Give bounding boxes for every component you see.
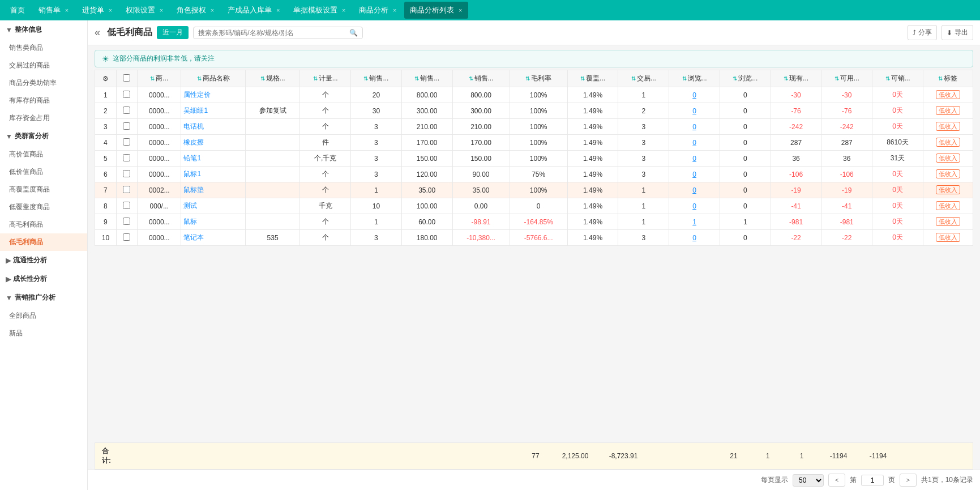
col-sales-profit[interactable]: ⇅销售... (452, 70, 510, 87)
col-transaction[interactable]: ⇅交易... (618, 70, 669, 87)
sidebar-item-in-stock[interactable]: 有库存的商品 (0, 92, 87, 109)
nav-sales-close[interactable]: × (65, 7, 69, 14)
sidebar-item-capital[interactable]: 库存资金占用 (0, 109, 87, 127)
page-number-input[interactable] (861, 475, 884, 486)
row-select-checkbox[interactable] (123, 186, 130, 193)
nav-template-close[interactable]: × (342, 7, 345, 14)
search-icon[interactable]: 🔍 (349, 29, 358, 37)
row-name[interactable]: 鼠标垫 (181, 182, 245, 198)
sidebar-item-high-margin[interactable]: 高毛利商品 (0, 216, 87, 233)
nav-role[interactable]: 角色授权 × (171, 2, 220, 19)
nav-goods-analysis-close[interactable]: × (393, 7, 396, 14)
select-all-checkbox[interactable] (123, 74, 130, 82)
col-tag[interactable]: ⇅标签 (923, 70, 973, 87)
row-select-checkbox[interactable] (123, 106, 130, 114)
nav-purchase[interactable]: 进货单 × (76, 2, 118, 19)
nav-goods-analysis-list-close[interactable]: × (459, 7, 462, 14)
row-name[interactable]: 橡皮擦 (181, 135, 245, 151)
sidebar-item-sales-goods[interactable]: 销售类商品 (0, 39, 87, 57)
col-coverage[interactable]: ⇅覆盖... (567, 70, 618, 87)
row-checkbox[interactable] (116, 214, 137, 230)
col-spec[interactable]: ⇅规格... (245, 70, 299, 87)
row-checkbox[interactable] (116, 151, 137, 167)
table-container[interactable]: ⚙ ⇅商... ⇅商品名称 ⇅规格... ⇅计量... ⇅销售... ⇅销售..… (95, 70, 973, 442)
row-checkbox[interactable] (116, 87, 137, 103)
nav-home[interactable]: 首页 (5, 2, 31, 19)
col-sales-amount[interactable]: ⇅销售... (401, 70, 452, 87)
row-name[interactable]: 鼠标1 (181, 167, 245, 182)
sidebar-group-cluster[interactable]: ▼ 类群富分析 (0, 127, 87, 146)
prev-page-btn[interactable]: ＜ (828, 474, 845, 487)
row-checkbox[interactable] (116, 182, 137, 198)
nav-role-close[interactable]: × (211, 7, 214, 14)
row-views1[interactable]: 0 (669, 198, 720, 214)
row-views1[interactable]: 0 (669, 230, 720, 246)
col-code[interactable]: ⇅商... (138, 70, 181, 87)
col-saleable-days[interactable]: ⇅可销... (872, 70, 923, 87)
row-select-checkbox[interactable] (123, 170, 130, 177)
nav-sales[interactable]: 销售单 × (33, 2, 74, 19)
nav-permission[interactable]: 权限设置 × (120, 2, 169, 19)
col-sales-count[interactable]: ⇅销售... (351, 70, 402, 87)
sidebar-item-new-goods[interactable]: 新品 (0, 325, 87, 342)
date-filter-btn[interactable]: 近一月 (157, 26, 189, 39)
sidebar-item-all-goods[interactable]: 全部商品 (0, 307, 87, 325)
row-select-checkbox[interactable] (123, 91, 130, 98)
row-checkbox[interactable] (116, 135, 137, 151)
col-available-stock[interactable]: ⇅可用... (821, 70, 872, 87)
row-name[interactable]: 铅笔1 (181, 151, 245, 167)
sidebar-item-high-coverage[interactable]: 高覆盖度商品 (0, 181, 87, 198)
sidebar-group-liquidity[interactable]: ▶ 流通性分析 (0, 251, 87, 270)
row-views1[interactable]: 1 (669, 214, 720, 230)
sidebar-group-marketing[interactable]: ▼ 营销推广分析 (0, 288, 87, 307)
sidebar-group-growth[interactable]: ▶ 成长性分析 (0, 270, 87, 288)
row-name[interactable]: 吴细细1 (181, 103, 245, 119)
nav-purchase-close[interactable]: × (109, 7, 112, 14)
sidebar-item-category-rate[interactable]: 商品分类助销率 (0, 74, 87, 92)
col-views2[interactable]: ⇅浏览... (720, 70, 771, 87)
nav-product-entry[interactable]: 产成品入库单 × (222, 2, 285, 19)
row-select-checkbox[interactable] (123, 138, 130, 146)
next-page-btn[interactable]: ＞ (900, 474, 917, 487)
row-name[interactable]: 笔记本 (181, 230, 245, 246)
row-views1[interactable]: 0 (669, 167, 720, 182)
sidebar-item-low-value[interactable]: 低价值商品 (0, 163, 87, 181)
search-input[interactable] (198, 29, 347, 37)
row-name[interactable]: 电话机 (181, 119, 245, 135)
row-select-checkbox[interactable] (123, 122, 130, 130)
sidebar-group-overall[interactable]: ▼ 整体信息 (0, 20, 87, 39)
row-name[interactable]: 鼠标 (181, 214, 245, 230)
row-views1[interactable]: 0 (669, 135, 720, 151)
per-page-select[interactable]: 50 100 200 (793, 474, 824, 487)
sidebar-item-traded-goods[interactable]: 交易过的商品 (0, 57, 87, 74)
row-checkbox[interactable] (116, 167, 137, 182)
row-name[interactable]: 测试 (181, 198, 245, 214)
row-checkbox[interactable] (116, 119, 137, 135)
row-views1[interactable]: 0 (669, 182, 720, 198)
col-current-stock[interactable]: ⇅现有... (771, 70, 821, 87)
row-select-checkbox[interactable] (123, 233, 130, 241)
row-views1[interactable]: 0 (669, 151, 720, 167)
nav-template[interactable]: 单据模板设置 × (288, 2, 351, 19)
row-views1[interactable]: 0 (669, 103, 720, 119)
export-btn[interactable]: ⬇ 导出 (942, 25, 973, 40)
row-views1[interactable]: 0 (669, 119, 720, 135)
sidebar-item-high-value[interactable]: 高价值商品 (0, 146, 87, 163)
row-checkbox[interactable] (116, 198, 137, 214)
row-name[interactable]: 属性定价 (181, 87, 245, 103)
col-settings[interactable]: ⚙ (95, 70, 117, 87)
col-checkbox[interactable] (116, 70, 137, 87)
row-checkbox[interactable] (116, 103, 137, 119)
nav-product-entry-close[interactable]: × (276, 7, 280, 14)
col-name[interactable]: ⇅商品名称 (181, 70, 245, 87)
col-unit[interactable]: ⇅计量... (300, 70, 351, 87)
share-btn[interactable]: ⤴ 分享 (908, 25, 937, 40)
col-gross-margin[interactable]: ⇅毛利率 (510, 70, 567, 87)
sidebar-item-low-coverage[interactable]: 低覆盖度商品 (0, 198, 87, 216)
row-views1[interactable]: 0 (669, 87, 720, 103)
collapse-sidebar-btn[interactable]: « (95, 27, 100, 39)
row-select-checkbox[interactable] (123, 218, 130, 225)
col-views1[interactable]: ⇅浏览... (669, 70, 720, 87)
row-checkbox[interactable] (116, 230, 137, 246)
nav-goods-analysis-list[interactable]: 商品分析列表 × (404, 2, 468, 19)
